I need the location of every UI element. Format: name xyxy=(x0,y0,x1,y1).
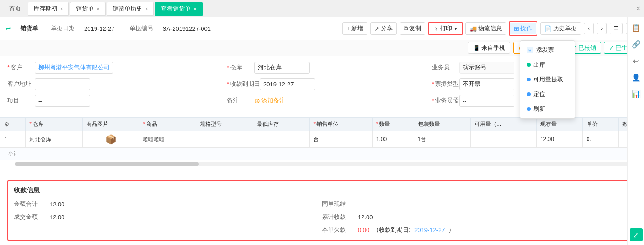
address-label: 客户地址 xyxy=(7,80,35,88)
row-current: 12.00 xyxy=(536,131,582,148)
dropdown-locate[interactable]: 定位 xyxy=(520,87,575,102)
close-inventory-tab[interactable]: × xyxy=(60,6,63,11)
dropdown-refresh[interactable]: 刷新 xyxy=(520,102,575,116)
doc-date-label: 单据日期 xyxy=(51,24,75,33)
cumulative-label: 累计收款 xyxy=(322,213,354,221)
note-field: 备注 ⊕ 添加备注 xyxy=(227,97,432,105)
dropdown-add-ticket[interactable]: ⊞ 添发票 xyxy=(520,43,575,57)
toolbar-right: + 新增 ↗ 分享 ⧉ 复制 🖨 打印 ▼ 🚚 物流信息 ⊞ xyxy=(342,21,638,36)
subtotal-label: 小计 xyxy=(0,148,644,160)
payment-date-field: 收款到期日 2019-12-27 xyxy=(227,78,432,90)
logistics-button[interactable]: 🚚 物流信息 xyxy=(465,22,506,35)
sidebar-expand-icon[interactable]: ⤢ xyxy=(630,228,643,241)
table-container: ⚙ 仓库 商品图片 商品 规格型号 最低库存 销售单位 数量 包装数量 可用量（… xyxy=(0,117,644,176)
row-product: 嘻嘻嘻嘻 xyxy=(139,131,196,148)
due-date-suffix: ） xyxy=(448,226,454,234)
salesperson2-value: -- xyxy=(459,95,514,107)
scroll-area[interactable] xyxy=(0,160,644,168)
doc-icon: ↩ xyxy=(6,25,11,32)
next-button[interactable]: › xyxy=(597,23,607,34)
print-button[interactable]: 🖨 打印 ▼ xyxy=(428,22,463,35)
dropdown-available[interactable]: 可用量提取 xyxy=(520,72,575,87)
close-sales-history-tab[interactable]: × xyxy=(145,6,148,11)
operation-icon: ⊞ xyxy=(514,25,519,32)
gear-icon: ⚙ xyxy=(4,121,10,128)
col-gear[interactable]: ⚙ xyxy=(0,118,26,131)
warehouse-value[interactable]: 河北仓库 xyxy=(254,62,310,74)
payment-date-value[interactable]: 2019-12-27 xyxy=(260,78,315,90)
project-value: -- xyxy=(35,95,90,107)
doc-number-label: 单据编号 xyxy=(130,24,153,33)
operation-button[interactable]: ⊞ 操作 xyxy=(510,23,536,34)
list-view-button[interactable]: ☰ xyxy=(610,23,623,34)
copy-icon: ⧉ xyxy=(404,25,408,32)
salesperson-label: 业务员 xyxy=(432,63,459,72)
project-label: 项目 xyxy=(7,97,35,105)
col-available: 可用量（... xyxy=(471,118,537,131)
ticket-type-label: 票据类型 xyxy=(432,80,459,88)
sidebar-doc-icon[interactable]: 📋 xyxy=(630,21,643,34)
total-row: 金额合计 12.00 xyxy=(14,199,322,209)
customer-field: 客户 柳州粤港平安气体有限公司 xyxy=(7,62,212,74)
share-button[interactable]: ↗ 分享 xyxy=(370,22,397,35)
col-unit-price: 单价 xyxy=(582,118,618,131)
history-icon: 📄 xyxy=(544,25,552,32)
print-dropdown-arrow: ▼ xyxy=(453,26,458,31)
customer-label: 客户 xyxy=(7,63,35,72)
col-warehouse: 仓库 xyxy=(26,118,83,131)
table-row: 1 河北仓库 📦 嘻嘻嘻嘻 台 1.00 1台 12.00 0. xyxy=(0,131,644,148)
same-order-row: 同单现结 -- xyxy=(322,199,630,209)
address-field: 客户地址 -- xyxy=(7,78,212,90)
doc-date-value: 2019-12-27 xyxy=(84,25,115,32)
row-available xyxy=(471,131,537,148)
tab-inventory[interactable]: 库存期初 × xyxy=(28,2,69,16)
add-note-button[interactable]: ⊕ 添加备注 xyxy=(254,97,285,105)
note-label: 备注 xyxy=(227,97,254,105)
logistics-icon: 🚚 xyxy=(469,25,477,32)
tab-sales-history[interactable]: 销货单历史 × xyxy=(107,2,154,16)
same-order-label: 同单现结 xyxy=(322,200,354,208)
product-image: 📦 xyxy=(105,134,117,144)
sidebar-link-icon[interactable]: 🔗 xyxy=(630,38,643,51)
col-image: 商品图片 xyxy=(82,118,139,131)
tab-sales[interactable]: 销货单 × xyxy=(70,2,105,16)
payment-title: 收款信息 xyxy=(14,186,630,194)
sidebar-chart-icon[interactable]: 📊 xyxy=(630,87,643,100)
new-button[interactable]: + 新增 xyxy=(342,22,367,35)
prev-button[interactable]: ‹ xyxy=(584,23,594,34)
row-min-stock xyxy=(253,131,310,148)
row-pack-qty: 1台 xyxy=(414,131,471,148)
ticket-type-value[interactable]: 不开票 xyxy=(459,78,514,90)
phone-icon: 📱 xyxy=(473,45,480,51)
operation-highlight: ⊞ 操作 xyxy=(509,21,537,36)
col-unit: 销售单位 xyxy=(310,118,372,131)
close-window-button[interactable]: × xyxy=(636,5,640,13)
transaction-row: 成交金额 12.00 xyxy=(14,212,322,222)
close-sales-tab[interactable]: × xyxy=(96,6,99,11)
scroll-indicator[interactable] xyxy=(15,162,629,166)
sidebar-return-icon[interactable]: ↩ xyxy=(630,54,643,67)
due-date-prefix: （收款到期日: xyxy=(373,226,411,234)
from-phone-button[interactable]: 📱 来自手机 xyxy=(468,42,510,54)
tab-view-sales[interactable]: 查看销货单 × xyxy=(155,2,202,16)
copy-button[interactable]: ⧉ 复制 xyxy=(400,22,425,35)
col-qty: 数量 xyxy=(372,118,414,131)
project-field: 项目 -- xyxy=(7,95,212,107)
outbound-dot xyxy=(527,63,531,67)
history-button[interactable]: 📄 历史单据 xyxy=(540,22,581,35)
tab-home[interactable]: 首页 xyxy=(4,2,27,16)
total-value: 12.00 xyxy=(50,201,65,208)
row-unit-price: 0. xyxy=(582,131,618,148)
transaction-label: 成交金额 xyxy=(14,213,46,221)
locate-dot xyxy=(527,92,531,96)
subtotal-row: 小计 xyxy=(0,148,644,160)
customer-value[interactable]: 柳州粤港平安气体有限公司 xyxy=(35,62,113,74)
warehouse-label: 仓库 xyxy=(227,63,254,72)
dropdown-outbound[interactable]: 出库 xyxy=(520,57,575,72)
overdue-label: 本单欠款 xyxy=(322,226,354,234)
close-view-sales-tab[interactable]: × xyxy=(193,6,196,11)
doc-number-value: SA-20191227-001 xyxy=(163,25,211,32)
payment-grid: 金额合计 12.00 同单现结 -- 成交金额 12.00 累计收款 12.00… xyxy=(14,199,630,235)
right-sidebar: 📋 🔗 ↩ 👤 📊 ⤢ xyxy=(627,17,644,245)
sidebar-user-icon[interactable]: 👤 xyxy=(630,71,643,84)
